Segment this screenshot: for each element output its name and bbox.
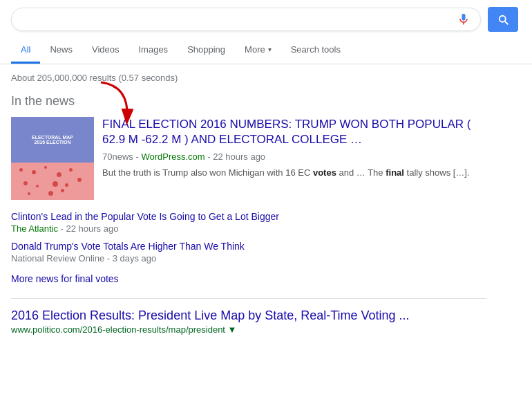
secondary-news-item-1: Clinton's Lead in the Popular Vote Is Go… [11, 211, 486, 234]
search-result-url-1: www.politico.com/2016-election-results/m… [11, 324, 486, 335]
more-news-link[interactable]: More news for final votes [11, 273, 486, 284]
search-input[interactable]: final votes [21, 13, 457, 26]
search-header: final votes [0, 0, 532, 32]
search-button[interactable] [488, 7, 518, 32]
secondary-news-title-2[interactable]: Donald Trump's Vote Totals Are Higher Th… [11, 241, 486, 252]
in-the-news-heading: In the news [11, 94, 486, 109]
tab-videos[interactable]: Videos [82, 37, 129, 64]
section-divider [11, 298, 486, 299]
search-result-title-1[interactable]: 2016 Election Results: President Live Ma… [11, 308, 486, 323]
chevron-down-icon: ▾ [268, 46, 272, 53]
search-result-1: 2016 Election Results: President Live Ma… [11, 308, 486, 335]
mic-icon[interactable] [457, 12, 471, 26]
main-news-title-link[interactable]: FINAL ELECTION 2016 NUMBERS: TRUMP WON B… [102, 117, 486, 147]
main-news-snippet: But the truth is Trump also won Michigan… [102, 166, 486, 180]
secondary-news-meta-2: National Review Online - 3 days ago [11, 253, 486, 264]
news-thumbnail: ELECTORAL MAP2016 ELECTION [11, 117, 94, 200]
secondary-news-title-1[interactable]: Clinton's Lead in the Popular Vote Is Go… [11, 211, 486, 222]
main-news-content: FINAL ELECTION 2016 NUMBERS: TRUMP WON B… [102, 117, 486, 200]
tab-more[interactable]: More ▾ [235, 37, 281, 64]
results-count: About 205,000,000 results (0.57 seconds) [11, 73, 486, 83]
tab-search-tools[interactable]: Search tools [281, 37, 350, 64]
search-icon [497, 13, 509, 26]
main-news-item: ELECTORAL MAP2016 ELECTION [11, 117, 486, 200]
secondary-news-meta-1: The Atlantic - 22 hours ago [11, 223, 486, 234]
tab-all[interactable]: All [11, 37, 40, 64]
tab-images[interactable]: Images [129, 37, 178, 64]
nav-tabs: All News Videos Images Shopping More ▾ S… [0, 37, 532, 64]
search-box[interactable]: final votes [11, 8, 481, 31]
results-area: About 205,000,000 results (0.57 seconds)… [0, 64, 497, 343]
tab-news[interactable]: News [40, 37, 82, 64]
secondary-news-item-2: Donald Trump's Vote Totals Are Higher Th… [11, 241, 486, 264]
tab-shopping[interactable]: Shopping [178, 37, 235, 64]
main-news-meta: 70news - WordPress.com - 22 hours ago [102, 151, 486, 162]
